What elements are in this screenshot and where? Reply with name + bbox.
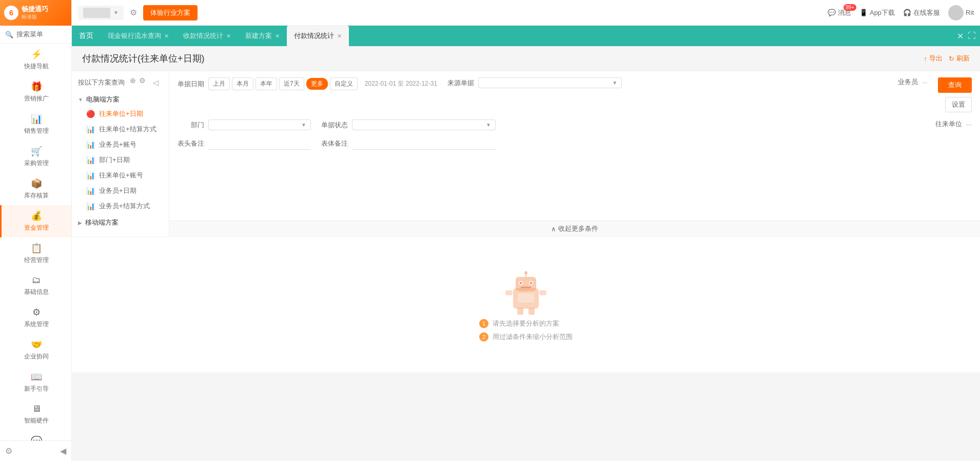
sidebar-item-wechat[interactable]: 💬 企业微信 — [0, 430, 71, 440]
tab-new-plan[interactable]: 新建方案 ✕ — [238, 26, 287, 46]
sidebar-item-hardware[interactable]: 🖥 智能硬件 — [0, 398, 71, 430]
export-icon: ↑ — [924, 55, 928, 63]
hint-1-text: 请先选择要分析的方案 — [493, 319, 559, 328]
scheme-item-counterpart-payment[interactable]: 📊 往来单位+结算方式 — [72, 122, 169, 137]
user-name: Rit — [966, 9, 974, 16]
sidebar-item-basic[interactable]: 🗂 基础信息 — [0, 270, 71, 302]
date-this-month-btn[interactable]: 本月 — [232, 77, 253, 90]
tab-payment[interactable]: 付款情况统计 ✕ — [287, 26, 349, 46]
date-last-month-btn[interactable]: 上月 — [208, 77, 230, 90]
settings-footer-icon[interactable]: ⚙ — [5, 446, 12, 456]
tab-home[interactable]: 首页 — [72, 26, 101, 46]
sidebar-item-finance[interactable]: 💰 资金管理 — [0, 205, 71, 237]
counterpart-dots[interactable]: ··· — [966, 121, 972, 128]
tab-expand-icon[interactable]: ⛶ — [968, 31, 976, 41]
page-header-actions: ↑ 导出 ↻ 刷新 — [924, 54, 970, 63]
sidebar-item-purchase[interactable]: 🛒 采购管理 — [0, 141, 71, 173]
filter-row-3: 表头备注 表体备注 — [178, 137, 972, 150]
date-more-btn[interactable]: 更多 — [306, 78, 328, 90]
app-logo: 6 — [4, 6, 18, 20]
scheme-item-salesperson-payment[interactable]: 📊 业务员+结算方式 — [72, 198, 169, 214]
tab-collection-close-icon[interactable]: ✕ — [226, 33, 231, 39]
scheme-item-salesperson-account-label: 业务员+账号 — [99, 140, 136, 149]
source-label: 来源单据 — [447, 78, 474, 88]
salesperson-dots[interactable]: ··· — [922, 78, 928, 86]
settings-btn[interactable]: 设置 — [945, 97, 972, 112]
sidebar-item-purchase-label: 采购管理 — [24, 159, 49, 168]
collapse-sidebar-icon[interactable]: ◀ — [60, 446, 66, 456]
collapse-more-btn[interactable]: ∧ 收起更多条件 — [169, 221, 980, 236]
tab-close-all-icon[interactable]: ✕ — [957, 31, 964, 41]
table-header-input[interactable] — [208, 137, 311, 150]
sidebar-item-inventory[interactable]: 📦 库存核算 — [0, 173, 71, 205]
tab-payment-close-icon[interactable]: ✕ — [337, 33, 342, 39]
inventory-icon: 📦 — [31, 178, 42, 189]
hint-1-number: 1 — [479, 319, 488, 328]
app-download-action[interactable]: 📱 App下载 — [859, 8, 895, 17]
refresh-btn[interactable]: ↻ 刷新 — [949, 54, 970, 63]
filter-counterpart-item: 往来单位 ··· — [935, 119, 972, 129]
date-7days-btn[interactable]: 近7天 — [279, 77, 304, 90]
sidebar-item-collab[interactable]: 🤝 企业协同 — [0, 334, 71, 366]
scheme-section-mobile-header[interactable]: ▶ 移动端方案 — [72, 216, 169, 229]
tab-new-plan-close-icon[interactable]: ✕ — [275, 33, 280, 39]
online-service-icon: 🎧 — [903, 9, 911, 16]
sidebar-item-guide-label: 新手引导 — [24, 385, 49, 393]
scheme-item-salesperson-account[interactable]: 📊 业务员+账号 — [72, 137, 169, 152]
message-action[interactable]: 💬 消息 99+ — [828, 8, 851, 17]
scheme-settings-icon[interactable]: ⚙ — [139, 76, 146, 89]
operations-icon: 📋 — [31, 243, 42, 254]
scheme-item-chart-icon-5: 📊 — [86, 187, 95, 195]
collapse-more-icon: ∧ — [551, 225, 556, 233]
tab-bank-label: 现金银行流水查询 — [108, 31, 161, 41]
sidebar-item-quicknav[interactable]: ⚡ 快捷导航 — [0, 44, 71, 76]
settings-gear-icon[interactable]: ⚙ — [130, 8, 137, 17]
filter-row-2: 部门 ▼ 单据状态 ▼ — [178, 119, 972, 130]
scheme-section-pc: ▼ 电脑端方案 🔴 往来单位+日期 📊 往来单位+结算方式 📊 业务员+账号 — [72, 93, 169, 214]
system-icon: ⚙ — [32, 307, 41, 318]
scheme-add-icon[interactable]: ⊕ — [130, 76, 136, 89]
user-avatar-group[interactable]: Rit — [948, 5, 974, 21]
scheme-item-salesperson-date[interactable]: 📊 业务员+日期 — [72, 183, 169, 198]
filter-table-body-item: 表体备注 — [321, 137, 496, 150]
salesperson-label: 业务员 — [891, 77, 918, 87]
scheme-collapse-icon[interactable]: ◁ — [149, 76, 163, 89]
sidebar-item-sales[interactable]: 📊 销售管理 — [0, 108, 71, 141]
topbar: ▼ ⚙ 体验行业方案 💬 消息 99+ 📱 App下载 🎧 在线客服 Rit — [72, 0, 980, 26]
online-service-action[interactable]: 🎧 在线客服 — [903, 8, 940, 17]
scheme-item-counterpart-date-label: 往来单位+日期 — [99, 109, 143, 118]
scheme-section-mobile: ▶ 移动端方案 — [72, 216, 169, 229]
search-menu[interactable]: 🔍 搜索菜单 — [0, 26, 71, 44]
scheme-sidebar-actions: ⊕ ⚙ ◁ — [130, 76, 163, 89]
svg-point-7 — [524, 271, 527, 274]
export-btn[interactable]: ↑ 导出 — [924, 54, 943, 63]
account-name — [83, 8, 110, 18]
scheme-item-counterpart-date[interactable]: 🔴 往来单位+日期 — [72, 106, 169, 122]
source-select[interactable]: ▼ — [478, 77, 622, 88]
tab-collection[interactable]: 收款情况统计 ✕ — [176, 26, 238, 46]
scheme-item-dept-date[interactable]: 📊 部门+日期 — [72, 152, 169, 168]
sidebar-item-system[interactable]: ⚙ 系统管理 — [0, 302, 71, 334]
date-this-year-btn[interactable]: 本年 — [256, 77, 277, 90]
dept-select[interactable]: ▼ — [208, 119, 311, 130]
sidebar-item-operations[interactable]: 📋 经营管理 — [0, 237, 71, 270]
tab-bank-close-icon[interactable]: ✕ — [164, 33, 169, 39]
table-body-input[interactable] — [352, 137, 496, 150]
app-edition: 标准版 — [22, 13, 48, 21]
sidebar-item-operations-label: 经营管理 — [24, 256, 49, 265]
search-menu-label: 搜索菜单 — [16, 30, 43, 39]
message-badge: 99+ — [844, 4, 856, 11]
account-selector[interactable]: ▼ — [78, 6, 124, 20]
tab-bank[interactable]: 现金银行流水查询 ✕ — [101, 26, 176, 46]
date-custom-btn[interactable]: 自定义 — [330, 77, 358, 90]
sidebar-item-guide[interactable]: 📖 新手引导 — [0, 366, 71, 398]
trial-btn[interactable]: 体验行业方案 — [143, 5, 198, 21]
scheme-item-chart-icon-4: 📊 — [86, 171, 95, 179]
collapse-more-label: 收起更多条件 — [558, 224, 598, 233]
scheme-item-counterpart-account[interactable]: 📊 往来单位+账号 — [72, 168, 169, 183]
purchase-icon: 🛒 — [31, 146, 42, 157]
query-btn[interactable]: 查询 — [938, 77, 972, 93]
status-select[interactable]: ▼ — [352, 119, 496, 130]
scheme-section-pc-header[interactable]: ▼ 电脑端方案 — [72, 93, 169, 106]
sidebar-item-marketing[interactable]: 🎁 营销推广 — [0, 76, 71, 108]
